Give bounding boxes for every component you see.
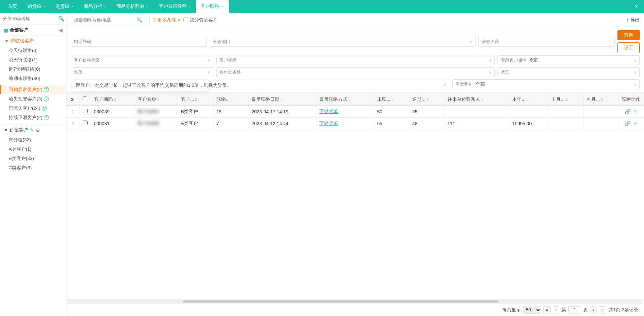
sidebar-ungroup[interactable]: 未分组(32) [0, 135, 66, 145]
row2-checkbox-cell[interactable] [79, 118, 91, 129]
all-customers-header[interactable]: ▦ 全部客户 ◀ [0, 25, 66, 36]
row2-company-contact: 111 [444, 118, 509, 129]
page-input[interactable] [568, 306, 581, 313]
price-grade-filter[interactable]: 客户价格等级 ∨ [71, 56, 213, 65]
nav-purchase-order[interactable]: 进货单 × [50, 0, 78, 13]
search-input[interactable] [74, 18, 135, 23]
row2-last-method[interactable]: 下销货单 [316, 118, 374, 129]
collapse-button[interactable]: ◀ [59, 28, 62, 33]
nav-product-analysis-close[interactable]: × [104, 4, 106, 9]
row1-last-method[interactable]: 下销货单 [316, 106, 374, 118]
sidebar-overdue-pending[interactable]: 逾期未联络(30) [0, 74, 66, 83]
window-close-button[interactable]: × [632, 3, 641, 10]
nav-product-list-close[interactable]: × [146, 4, 148, 9]
nav-purchase-close[interactable]: × [71, 4, 73, 9]
row2-name: 客户名称B [134, 118, 178, 129]
sidebar-today-pending[interactable]: 今天待联络(0) [0, 46, 66, 55]
sidebar-b-class[interactable]: B类客户(33) [0, 154, 66, 163]
pending-group-header[interactable]: ▼ 待联络客户 [0, 36, 66, 46]
row2-uncontacted: 55 [374, 118, 409, 129]
retail-customer-filter[interactable]: 零散客户 全部 ∨ [452, 79, 640, 89]
sidebar-c-class[interactable]: C类客户(6) [0, 163, 66, 173]
tooltip-box: 距客户上次交易时长，超过了此客户的平均交易周期的1.5倍，则视为异常。 [72, 80, 208, 91]
nav-contact-close[interactable]: × [221, 4, 223, 9]
my-customers-checkbox[interactable] [184, 18, 188, 22]
col-header-last-contact-method: 最后联络方式⇅ [316, 93, 374, 106]
nav-customer-contact[interactable]: 客户联络 × [196, 0, 228, 13]
row2-action-grid-icon[interactable]: ⊞ [634, 121, 638, 126]
settings-button[interactable]: 设置 [617, 42, 640, 53]
row1-this-year [509, 106, 548, 118]
sidebar-repurchase-abnormal[interactable]: 回购异常客户(2) ? [0, 85, 66, 94]
row1-last-month [548, 106, 584, 118]
row1-action-grid-icon[interactable]: ⊞ [634, 109, 638, 114]
edit-icon[interactable]: ✎ [30, 127, 34, 133]
sidebar-already-lost[interactable]: 已流失客户(24) ? [0, 104, 66, 113]
table-body: 1 000039 客户名称A B类客户 15 2023-04-17 14:19:… [66, 106, 644, 129]
row1-last-date: 2023-04-17 14:19: [249, 106, 316, 118]
add-icon[interactable]: ⊕ [36, 127, 40, 133]
row1-uncontacted: 50 [374, 106, 409, 118]
page-label: 第 [561, 307, 566, 313]
nav-customer-segment[interactable]: 客户分层经营 × [154, 0, 196, 13]
per-page-label: 每页显示 [502, 307, 521, 313]
settings-col-icon[interactable]: ⚙ [70, 97, 74, 102]
first-page-button[interactable]: « [543, 306, 551, 313]
customer-grade-filter[interactable]: 客户等级 ∨ [216, 56, 495, 65]
phone-filter[interactable]: 电话号码 [71, 37, 207, 47]
continuous-down-label: 持续下滑客户(2) [9, 114, 42, 121]
sidebar-a-class[interactable]: A类客户(1) [0, 145, 66, 154]
query-button[interactable]: 查询 [617, 30, 640, 40]
row1-checkbox[interactable] [83, 109, 88, 113]
more-conditions-button[interactable]: ▽ 更多条件 ∨ [153, 17, 181, 23]
horizontal-scrollbar[interactable] [66, 299, 644, 303]
nav-home[interactable]: 首页 [3, 0, 22, 13]
sidebar-search-input[interactable] [3, 16, 57, 21]
nav-sales-order[interactable]: 销货单 × [22, 0, 50, 13]
per-page-select[interactable]: 50 20 100 [523, 306, 541, 314]
sidebar-lost-warning[interactable]: 流失预警客户(3) ? [0, 94, 66, 104]
sidebar-search-icon[interactable]: 🔍 [58, 16, 64, 22]
status-chevron: ∨ [634, 70, 636, 74]
row1-checkbox-cell[interactable] [79, 106, 91, 118]
select-all-checkbox[interactable] [83, 96, 87, 101]
next-page-button[interactable]: › [590, 306, 597, 313]
nav-product-analysis-list[interactable]: 商品分析列表 × [111, 0, 153, 13]
dept-chevron: ∨ [470, 40, 472, 44]
row1-method-link[interactable]: 下销货单 [319, 109, 338, 114]
row2-index: 2 [66, 118, 79, 129]
manager-filter[interactable]: 分管人员 ··· [478, 37, 615, 47]
nav-segment-close[interactable]: × [189, 4, 191, 9]
search-submit-icon[interactable]: 🔍 [136, 17, 142, 23]
table-row: 2 000031 客户名称B A类客户 7 2023-04-12 14:44: … [66, 118, 644, 129]
row1-index: 1 [66, 106, 79, 118]
payment-filter[interactable]: 收付款条件 ∨ [216, 67, 495, 77]
retail-attr-filter[interactable]: 零散客户属性 全部 ∨ [497, 55, 640, 65]
manager-dots[interactable]: ··· [608, 39, 611, 44]
last-page-button[interactable]: » [599, 306, 606, 313]
nav-purchase-label: 进货单 [55, 3, 69, 10]
gender-filter[interactable]: 性质 ∨ [71, 67, 213, 77]
repurchase-abnormal-label: 回购异常客户(2) [9, 86, 42, 93]
row2-action-link-icon[interactable]: 🔗 [625, 121, 631, 126]
dept-filter[interactable]: 分管部门 ∨ [210, 37, 476, 47]
checkbox-col-header[interactable] [79, 93, 91, 106]
sidebar-continuous-down[interactable]: 持续下滑客户(2) ? [0, 113, 66, 122]
row2-method-link[interactable]: 下销货单 [319, 121, 338, 126]
sidebar-tomorrow-pending[interactable]: 明天待联络(1) [0, 55, 66, 65]
settings-col-header[interactable]: ⚙ [66, 93, 79, 106]
sidebar-week-pending[interactable]: 近7天待联络(0) [0, 65, 66, 74]
export-button[interactable]: ↑ 导出 [627, 17, 640, 23]
status-filter[interactable]: 状态 ∨ [497, 67, 640, 77]
row1-action-link-icon[interactable]: 🔗 [625, 109, 631, 114]
lost-warning-info-icon: ? [44, 96, 49, 102]
nav-sales-label: 销货单 [27, 3, 41, 10]
nav-sales-close[interactable]: × [43, 4, 45, 9]
scroll-thumb[interactable] [183, 300, 499, 303]
value-customer-section: ▼ 价值客户 ✎ ⊕ [0, 124, 66, 135]
content-area: 🔍 ▽ 更多条件 ∨ 我分管的客户 ↑ 导出 电话号码 [66, 13, 644, 316]
row2-checkbox[interactable] [83, 121, 88, 125]
sort-icon-overdue: ⇅ [426, 98, 429, 102]
prev-page-button[interactable]: ‹ [553, 306, 559, 313]
nav-product-analysis[interactable]: 商品分析 × [79, 0, 111, 13]
